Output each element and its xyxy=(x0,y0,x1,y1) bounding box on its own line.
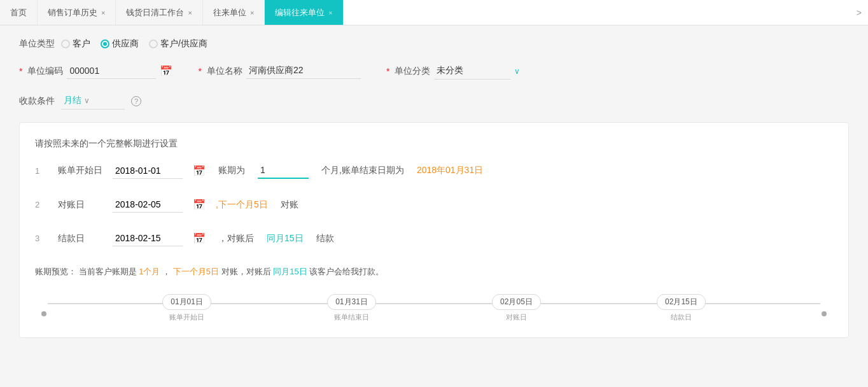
timeline-node-1: 01月01日 账单开始日 xyxy=(162,294,211,322)
settings-panel: 请按照未来的一个完整帐期进行设置 1 账单开始日 📅 账期为 个月,账单结束日期… xyxy=(19,122,849,338)
main-content: 单位类型 客户 供应商 客户/供应商 * 单位编码 📅 * 单位名称 xyxy=(0,25,868,387)
payment-date-row: 3 结款日 📅 ，对账后 同月15日 结款 xyxy=(35,230,833,246)
node-3-label: 对账日 xyxy=(506,313,527,322)
tab-cash-workbench-label: 钱货日清工作台 xyxy=(126,7,184,18)
row-2-suffix-highlight: ,下一个月5日 xyxy=(216,199,268,211)
payment-label: 收款条件 xyxy=(19,95,55,107)
preview-section: 账期预览： 当前客户账期是 1个月 ， 下一个月5日 对账，对账后 同月15日 … xyxy=(35,264,833,279)
node-3-badge: 02月05日 xyxy=(492,294,541,310)
preview-text-2: ， xyxy=(162,267,171,276)
preview-highlight1: 1个月 xyxy=(139,267,160,276)
radio-both[interactable]: 客户/供应商 xyxy=(149,38,207,50)
row-2-label: 对账日 xyxy=(58,199,102,211)
preview-highlight3: 同月15日 xyxy=(273,267,307,276)
payment-row: 收款条件 月结 ∨ ? xyxy=(19,92,849,109)
radio-supplier[interactable]: 供应商 xyxy=(101,38,139,50)
row-2-number: 2 xyxy=(35,200,48,209)
node-1-badge: 01月01日 xyxy=(162,294,211,310)
unit-code-calendar-icon[interactable]: 📅 xyxy=(160,65,172,77)
unit-classify-select[interactable]: 未分类 xyxy=(434,62,510,80)
close-cash-workbench-icon[interactable]: × xyxy=(188,9,192,17)
unit-classify-required: * xyxy=(386,66,389,76)
preview-highlight2: 下一个月5日 xyxy=(173,267,219,276)
node-2-label: 账单结束日 xyxy=(334,313,369,322)
unit-code-required: * xyxy=(19,66,22,76)
unit-classify-group: * 单位分类 未分类 ∨ xyxy=(386,62,520,80)
close-edit-counterpart-icon[interactable]: × xyxy=(328,9,332,17)
unit-fields-row: * 单位编码 📅 * 单位名称 * 单位分类 未分类 ∨ xyxy=(19,62,849,80)
row-3-suffix-end: 结款 xyxy=(316,233,334,244)
node-4-label: 结款日 xyxy=(671,313,692,322)
tab-cash-workbench[interactable]: 钱货日清工作台 × xyxy=(116,0,202,25)
unit-name-input[interactable] xyxy=(246,63,361,79)
radio-customer-circle xyxy=(61,39,70,48)
payment-dropdown-arrow: ∨ xyxy=(84,96,90,105)
tab-edit-counterpart-label: 编辑往来单位 xyxy=(275,7,325,18)
unit-type-radio-group: 客户 供应商 客户/供应商 xyxy=(61,38,207,50)
unit-classify-value: 未分类 xyxy=(437,65,463,76)
row-3-label: 结款日 xyxy=(58,233,102,244)
timeline-node-3: 02月05日 对账日 xyxy=(492,294,541,322)
payment-value: 月结 xyxy=(64,95,81,106)
timeline-right-endpoint xyxy=(822,300,827,328)
tab-home-label: 首页 xyxy=(10,7,27,18)
left-endpoint-dot xyxy=(41,311,46,316)
row-3-suffix-highlight: 同月15日 xyxy=(267,233,304,244)
tab-sales-history-label: 销售订单历史 xyxy=(48,7,97,18)
unit-code-input[interactable] xyxy=(67,63,156,79)
tab-bar: 首页 销售订单历史 × 钱货日清工作台 × 往来单位 × 编辑往来单位 × > xyxy=(0,0,868,25)
unit-type-row: 单位类型 客户 供应商 客户/供应商 xyxy=(19,38,849,50)
row-3-number: 3 xyxy=(35,234,48,243)
row-1-suffix-before: 账期为 xyxy=(218,165,245,176)
radio-customer-label: 客户 xyxy=(73,38,90,50)
radio-customer[interactable]: 客户 xyxy=(61,38,90,50)
row-1-highlight-date: 2018年01月31日 xyxy=(417,165,483,176)
reconcile-date-row: 2 对账日 📅 ,下一个月5日 对账 xyxy=(35,197,833,213)
radio-both-label: 客户/供应商 xyxy=(160,38,207,50)
row-2-suffix-plain: 对账 xyxy=(281,199,298,211)
preview-text-1: 当前客户账期是 xyxy=(79,267,137,276)
row-3-suffix-plain: ，对账后 xyxy=(218,233,254,244)
preview-text-3: 对账，对账后 xyxy=(221,267,271,276)
radio-supplier-circle xyxy=(101,39,109,48)
preview-text-4: 该客户会给我打款。 xyxy=(309,267,384,276)
right-endpoint-dot xyxy=(822,311,827,316)
period-input[interactable] xyxy=(258,162,309,179)
unit-classify-label: 单位分类 xyxy=(395,66,430,77)
node-1-label: 账单开始日 xyxy=(169,313,204,322)
unit-code-label: 单位编码 xyxy=(27,66,63,77)
reconcile-date-input[interactable] xyxy=(113,197,183,213)
tab-counterpart[interactable]: 往来单位 × xyxy=(203,0,265,25)
tab-counterpart-label: 往来单位 xyxy=(213,7,246,18)
tab-edit-counterpart[interactable]: 编辑往来单位 × xyxy=(265,0,343,25)
payment-date-calendar-icon[interactable]: 📅 xyxy=(193,232,206,244)
unit-name-required: * xyxy=(198,66,201,76)
start-date-calendar-icon[interactable]: 📅 xyxy=(193,165,206,177)
panel-instruction: 请按照未来的一个完整帐期进行设置 xyxy=(35,138,833,150)
classify-dropdown-arrow[interactable]: ∨ xyxy=(514,67,520,76)
right-arrow-icon: > xyxy=(857,8,862,18)
start-date-input[interactable] xyxy=(113,163,183,179)
start-date-row: 1 账单开始日 📅 账期为 个月,账单结束日期为 2018年01月31日 xyxy=(35,162,833,179)
timeline: 01月01日 账单开始日 01月31日 账单结束日 02月05日 对账日 xyxy=(35,294,833,322)
timeline-nodes: 01月01日 账单开始日 01月31日 账单结束日 02月05日 对账日 xyxy=(41,294,827,322)
reconcile-date-calendar-icon[interactable]: 📅 xyxy=(193,199,206,211)
unit-name-group: * 单位名称 xyxy=(198,63,360,79)
payment-date-input[interactable] xyxy=(113,230,183,246)
node-4-badge: 02月15日 xyxy=(657,294,706,310)
timeline-left-endpoint xyxy=(41,300,46,328)
unit-code-group: * 单位编码 📅 xyxy=(19,63,172,79)
tab-sales-history[interactable]: 销售订单历史 × xyxy=(38,0,116,25)
radio-supplier-label: 供应商 xyxy=(112,38,139,50)
row-1-suffix-after: 个月,账单结束日期为 xyxy=(321,165,404,176)
payment-select[interactable]: 月结 ∨ xyxy=(61,92,125,109)
unit-name-label: 单位名称 xyxy=(207,66,242,77)
tab-home[interactable]: 首页 xyxy=(0,0,38,25)
row-1-label: 账单开始日 xyxy=(58,165,102,176)
tab-scroll-right[interactable]: > xyxy=(850,0,868,25)
close-counterpart-icon[interactable]: × xyxy=(250,9,254,17)
radio-both-circle xyxy=(149,39,158,48)
unit-type-label: 单位类型 xyxy=(19,38,55,50)
close-sales-history-icon[interactable]: × xyxy=(101,9,105,17)
payment-help-icon[interactable]: ? xyxy=(131,96,141,106)
